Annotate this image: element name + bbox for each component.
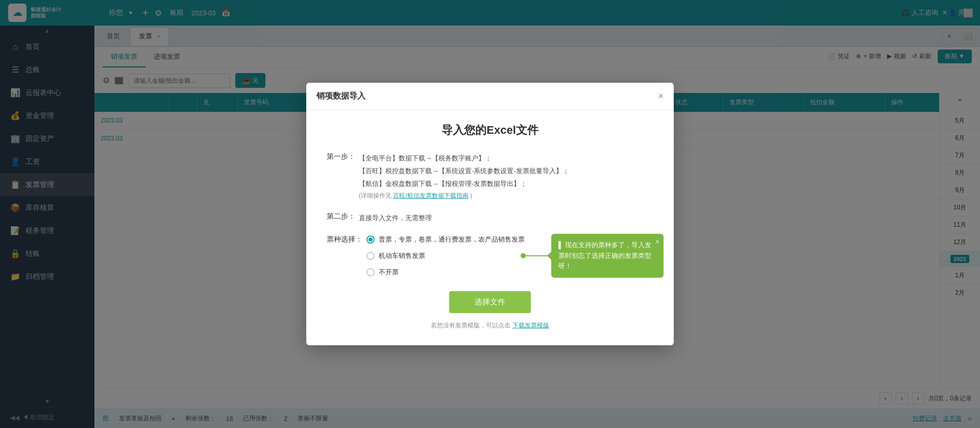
step2-content: 直接导入文件，无需整理: [359, 212, 432, 225]
ticket-opt2-label: 机动车销售发票: [379, 251, 425, 260]
ticket-opt2[interactable]: 机动车销售发票: [366, 251, 525, 260]
ticket-opt1[interactable]: 普票，专票，卷票，通行费发票，农产品销售发票: [366, 235, 525, 244]
step2-section: 第二步： 直接导入文件，无需整理: [327, 212, 653, 225]
download-template-link[interactable]: 下载发票模版: [512, 322, 549, 329]
tooltip-popup: × ▌ 现在支持的票种多了，导入发票时别忘了选择正确的发票类型呀！: [551, 234, 664, 278]
radio-opt1: [366, 235, 375, 244]
guide-link[interactable]: 百旺/航信发票数据下载指南: [393, 192, 468, 199]
tooltip-connector: [521, 253, 551, 258]
ticket-section: 票种选择： 普票，专票，卷票，通行费发票，农产品销售发票 机动车销售发票: [327, 235, 653, 277]
modal-body: 导入您的Excel文件 第一步： 【全电平台】数据下载→【税务数字账户】； 【百…: [306, 110, 674, 345]
ticket-opt3[interactable]: 不开票: [366, 268, 525, 277]
radio-opt3: [366, 268, 375, 276]
step2-row: 第二步： 直接导入文件，无需整理: [327, 212, 653, 225]
select-file-btn[interactable]: 选择文件: [449, 291, 531, 313]
step1-section: 第一步： 【全电平台】数据下载→【税务数字账户】； 【百旺】税控盘数据下载→【系…: [327, 152, 653, 202]
footer-note-text: 若您没有发票模版，可以点击: [431, 322, 510, 329]
ticket-opt3-label: 不开票: [379, 268, 399, 277]
radio-opt2: [366, 252, 375, 260]
import-modal: 销项数据导入 × 导入您的Excel文件 第一步： 【全电平台】数据下载→【税务…: [306, 83, 674, 345]
step1-label: 第一步：: [327, 152, 355, 161]
connector-dot: [521, 253, 526, 258]
modal-footer: 若您没有发票模版，可以点击 下载发票模版: [327, 321, 653, 330]
modal-title: 销项数据导入: [316, 91, 365, 102]
modal-close-btn[interactable]: ×: [658, 91, 664, 102]
step1-note: (详细操作见 百旺/航信发票数据下载指南 ): [359, 190, 569, 202]
tooltip-text: ▌: [558, 241, 565, 249]
modal-overlay: 销项数据导入 × 导入您的Excel文件 第一步： 【全电平台】数据下载→【税务…: [0, 0, 980, 428]
tooltip-content: 现在支持的票种多了，导入发票时别忘了选择正确的发票类型呀！: [558, 241, 651, 270]
step1-row: 第一步： 【全电平台】数据下载→【税务数字账户】； 【百旺】税控盘数据下载→【系…: [327, 152, 653, 202]
ticket-label: 票种选择：: [327, 235, 362, 244]
tooltip-wrapper: × ▌ 现在支持的票种多了，导入发票时别忘了选择正确的发票类型呀！: [521, 234, 664, 278]
step1-line3: 【航信】金税盘数据下载→【报税管理-发票数据导出】；: [359, 178, 569, 191]
modal-header: 销项数据导入 ×: [306, 83, 674, 110]
step1-line1: 【全电平台】数据下载→【税务数字账户】；: [359, 152, 569, 165]
step1-content: 【全电平台】数据下载→【税务数字账户】； 【百旺】税控盘数据下载→【系统设置-系…: [359, 152, 569, 202]
tooltip-close-btn[interactable]: ×: [655, 236, 659, 247]
step1-line2: 【百旺】税控盘数据下载→【系统设置-系统参数设置-发票批量导入】；: [359, 165, 569, 178]
modal-file-title: 导入您的Excel文件: [327, 123, 653, 138]
step2-label: 第二步：: [327, 212, 355, 221]
ticket-options: 普票，专票，卷票，通行费发票，农产品销售发票 机动车销售发票 不开票: [366, 235, 525, 277]
ticket-opt1-label: 普票，专票，卷票，通行费发票，农产品销售发票: [379, 235, 525, 244]
